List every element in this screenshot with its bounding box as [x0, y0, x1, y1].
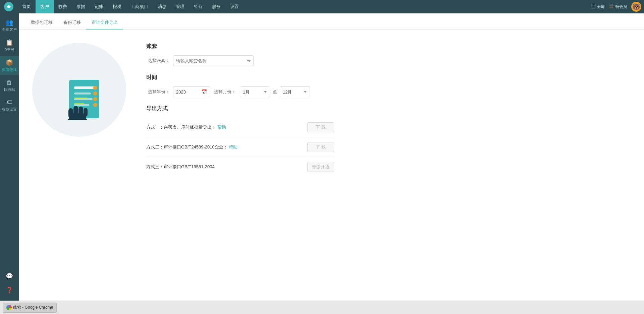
account-section-title: 账套	[146, 43, 334, 50]
svg-point-10	[93, 103, 97, 107]
month-label: 选择月份：	[214, 89, 236, 95]
account-select-input[interactable]	[173, 55, 254, 66]
nav-business[interactable]: 工商项目	[126, 0, 153, 13]
tab-backup-migration[interactable]: 备份迁移	[58, 16, 86, 29]
svg-point-9	[93, 97, 97, 101]
account-select-label: 选择账套：	[146, 58, 170, 64]
method-2-text: 方式二：审计接口GB/T24589-2010企业： 帮助	[146, 144, 237, 150]
time-inputs: 2023 📅 选择月份： 1月2月3月 4月5月6月 7月8月9月 10月11月…	[173, 86, 310, 97]
nav-tax[interactable]: 报税	[108, 0, 126, 13]
main-layout: 👥 全部客户 📋 0申报 📦 账套迁移 🗑 回收站 🏷 标签设置 💬 ❓	[0, 13, 644, 301]
app-logo	[3, 1, 15, 13]
svg-rect-12	[74, 103, 84, 105]
method-3-text: 方式三：审计接口GB/T19581-2004	[146, 164, 215, 170]
sidebar-item-zero-declare[interactable]: 📋 0申报	[0, 36, 19, 55]
member-icon: 🎬	[609, 4, 614, 9]
nav-customer[interactable]: 客户	[36, 0, 54, 13]
sidebar-item-account-migration[interactable]: 📦 账套迁移	[0, 56, 19, 75]
fullscreen-icon: ⛶	[591, 4, 595, 9]
sidebar-bottom: 💬 ❓	[0, 270, 19, 301]
content-area: 数据包迁移 备份迁移 审计文件导出	[19, 13, 644, 301]
sidebar-item-chat[interactable]: 💬	[0, 270, 19, 282]
tab-data-migration[interactable]: 数据包迁移	[25, 16, 58, 29]
nav-service[interactable]: 服务	[207, 0, 225, 13]
svg-rect-15	[68, 108, 73, 118]
svg-point-7	[93, 86, 97, 90]
method-2-help-link[interactable]: 帮助	[229, 144, 237, 149]
avatar[interactable]: 🐻	[631, 2, 641, 12]
export-method-2: 方式二：审计接口GB/T24589-2010企业： 帮助 下 载	[146, 137, 334, 157]
tab-audit-export[interactable]: 审计文件导出	[86, 16, 123, 29]
nav-fee[interactable]: 收费	[54, 0, 72, 13]
nav-items: 首页 客户 收费 票据 记账 报税 工商项目 消息 管理 经营 服务 设置	[17, 0, 591, 13]
nav-manage[interactable]: 管理	[171, 0, 189, 13]
nav-home[interactable]: 首页	[17, 0, 36, 13]
month-start-select[interactable]: 1月2月3月 4月5月6月 7月8月9月 10月11月12月	[240, 86, 270, 97]
export-section-title: 导出方式	[146, 105, 334, 112]
svg-rect-16	[73, 106, 78, 117]
top-nav-right: ⛶ 全屏 🎬 畅会员 🐻	[591, 2, 641, 12]
account-migration-icon: 📦	[6, 59, 13, 66]
left-sidebar: 👥 全部客户 📋 0申报 📦 账套迁移 🗑 回收站 🏷 标签设置 💬 ❓	[0, 13, 19, 301]
svg-rect-4	[74, 92, 91, 95]
fullscreen-btn[interactable]: ⛶ 全屏	[591, 4, 605, 10]
taskbar: 线索 - Google Chrome	[0, 301, 644, 314]
form-container: 账套 选择账套： ▾ 时间 选择年份： 20	[32, 43, 334, 177]
month-end-select[interactable]: 1月2月3月 4月5月6月 7月8月9月 10月11月12月	[280, 86, 310, 97]
method-1-help-link[interactable]: 帮助	[217, 125, 226, 130]
time-section-title: 时间	[146, 74, 334, 81]
top-nav: 首页 客户 收费 票据 记账 报税 工商项目 消息 管理 经营 服务 设置 ⛶ …	[0, 0, 644, 13]
year-input[interactable]: 2023 📅	[173, 86, 210, 97]
sidebar-item-all-customers[interactable]: 👥 全部客户	[0, 16, 19, 35]
calendar-icon: 📅	[201, 89, 207, 95]
svg-rect-18	[84, 108, 88, 117]
taskbar-chrome-btn[interactable]: 线索 - Google Chrome	[3, 303, 57, 313]
illustration-svg	[52, 60, 106, 120]
illustration	[32, 43, 126, 137]
svg-rect-3	[74, 86, 94, 89]
svg-point-8	[93, 91, 97, 96]
nav-message[interactable]: 消息	[153, 0, 171, 13]
all-customers-icon: 👥	[6, 19, 13, 26]
nav-settings[interactable]: 设置	[225, 0, 244, 13]
svg-rect-11	[74, 98, 88, 99]
recycle-icon: 🗑	[6, 79, 12, 86]
time-separator: 至	[273, 89, 277, 95]
account-select-wrapper: ▾	[173, 55, 254, 66]
export-method-3: 方式三：审计接口GB/T19581-2004 暂缓开通	[146, 157, 334, 177]
export-method-1: 方式一：余额表、序时账批量导出： 帮助 下 载	[146, 118, 334, 137]
sidebar-item-recycle[interactable]: 🗑 回收站	[0, 76, 19, 95]
svg-rect-17	[78, 107, 83, 117]
zero-declare-icon: 📋	[6, 39, 13, 46]
tabs-bar: 数据包迁移 备份迁移 审计文件导出	[19, 13, 644, 29]
chrome-icon	[6, 305, 12, 310]
method-1-text: 方式一：余额表、序时账批量导出： 帮助	[146, 124, 226, 130]
sidebar-item-tag-settings[interactable]: 🏷 标签设置	[0, 96, 19, 115]
tag-settings-icon: 🏷	[6, 99, 12, 106]
chat-icon: 💬	[6, 272, 13, 280]
method-2-download-btn[interactable]: 下 载	[307, 142, 334, 152]
member-btn[interactable]: 🎬 畅会员	[609, 4, 627, 10]
nav-operation[interactable]: 经营	[189, 0, 207, 13]
form-right: 账套 选择账套： ▾ 时间 选择年份： 20	[146, 43, 334, 177]
method-1-download-btn[interactable]: 下 载	[307, 122, 334, 132]
page-content: 账套 选择账套： ▾ 时间 选择年份： 20	[19, 29, 644, 301]
time-row: 选择年份： 2023 📅 选择月份： 1月2月3月 4月5月6月 7月8月9月	[146, 86, 334, 97]
svg-point-1	[8, 6, 10, 8]
nav-bookkeeping[interactable]: 记账	[90, 0, 108, 13]
method-3-coming-soon-btn[interactable]: 暂缓开通	[307, 162, 334, 172]
nav-invoice[interactable]: 票据	[72, 0, 90, 13]
avatar-icon: 🐻	[633, 3, 640, 10]
help-icon: ❓	[6, 287, 13, 294]
year-label: 选择年份：	[146, 89, 170, 95]
sidebar-item-help[interactable]: ❓	[0, 284, 19, 297]
account-select-row: 选择账套： ▾	[146, 55, 334, 66]
